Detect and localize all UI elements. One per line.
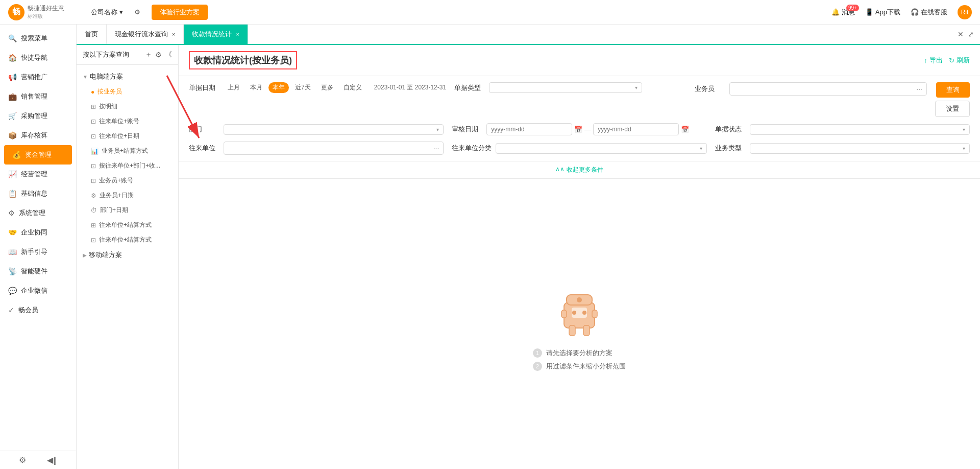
collapse-label: 收起更多条件 [567,166,603,174]
sidebar-item-finance[interactable]: 💰 资金管理 [4,145,72,165]
refresh-icon: ↻ [949,57,954,64]
scheme-settings-button[interactable]: ⚙ [155,51,162,59]
app-logo-text: 畅捷通好生意 [28,4,64,13]
dept-dropdown[interactable]: ▾ [224,124,444,135]
date-tab-this-month[interactable]: 本月 [246,82,266,93]
tree-item-by-salesman[interactable]: ● 按业务员 [77,84,178,99]
clock-icon: ⏱ [91,207,97,214]
notification-button[interactable]: 🔔 消息 99+ [831,8,855,17]
purchase-icon: 🛒 [8,112,17,120]
inventory-icon: 📦 [8,131,17,139]
review-date-from[interactable] [486,123,572,135]
top-settings-button[interactable]: ⚙ [129,4,145,20]
tree-group-mobile[interactable]: ▶ 移动端方案 [77,247,178,263]
sidebar-item-purchase[interactable]: 🛒 采购管理 [0,106,76,126]
date-tab-7days[interactable]: 近7天 [291,82,315,93]
tree-item-by-detail[interactable]: ⊞ 按明细 [77,99,178,114]
svg-rect-5 [592,310,597,318]
tree-item-unit-dept[interactable]: ⊡ 按往来单位+部门+收... [77,158,178,173]
sidebar-nav: 🔍 搜索菜单 🏠 快捷导航 📢 营销推广 💼 销售管理 🛒 采购管理 📦 [0,25,76,451]
sidebar-item-basic-info[interactable]: 📋 基础信息 [0,184,76,203]
collapse-bar[interactable]: ∧∧ 收起更多条件 [179,161,980,179]
sidebar-item-search-menu[interactable]: 🔍 搜索菜单 [0,29,76,48]
counter-party-dropdown[interactable]: ··· [224,142,444,155]
date-tab-last-month[interactable]: 上月 [224,82,244,93]
sidebar-item-member[interactable]: ✓ 畅会员 [0,300,76,320]
salesman-dropdown[interactable]: ··· [729,82,927,96]
salesman-dots[interactable]: ··· [916,85,922,93]
app-logo-icon: 畅 [8,4,24,20]
step-2-text: 用过滤条件来缩小分析范围 [546,362,626,371]
svg-point-9 [577,297,582,302]
table3-icon: ⊡ [91,162,96,170]
tree-item-unit-settle1[interactable]: ⊞ 往来单位+结算方式 [77,218,178,232]
date-tab-this-year[interactable]: 本年 [268,82,289,93]
grid2-icon: ⊞ [91,222,96,229]
svg-rect-4 [561,310,567,318]
empty-steps: 1 请先选择要分析的方案 2 用过滤条件来缩小分析范围 [533,348,626,371]
add-scheme-button[interactable]: ＋ [145,50,152,59]
tree-item-salesman-account[interactable]: ⊡ 业务员+账号 [77,173,178,188]
dept-arrow: ▾ [436,127,439,132]
counter-party-category-dropdown[interactable]: ▾ [496,143,706,154]
empty-state: 1 请先选择要分析的方案 2 用过滤条件来缩小分析范围 [179,179,980,469]
salesman-label: 业务员 [695,84,725,93]
export-button[interactable]: ↑ 导出 [924,56,943,65]
tab-close-payment-stats[interactable]: × [236,31,239,37]
sidebar-item-enterprise[interactable]: 🤝 企业协同 [0,223,76,242]
counter-party-dots[interactable]: ··· [433,144,439,152]
tab-home[interactable]: 首页 [77,25,107,44]
filter-settings-button[interactable]: 设置 [935,101,970,117]
calendar-icon: 📅 [574,126,582,133]
logo-area: 畅 畅捷通好生意 标准版 [8,4,85,20]
hardware-icon: 📡 [8,267,17,275]
step-number-1: 1 [533,348,542,358]
tree-item-salesman-settle[interactable]: 📊 业务员+结算方式 [77,144,178,158]
app-download-button[interactable]: 📱 App下载 [865,8,900,17]
date-tab-more[interactable]: 更多 [317,82,337,93]
content-area: 首页 现金银行流水查询 × 收款情况统计 × ✕ ⤢ 按以下方案查询 [77,25,980,469]
right-area: 收款情况统计(按业务员) ↑ 导出 ↻ 刷新 [179,45,980,469]
doc-status-dropdown[interactable]: ▾ [750,124,970,135]
company-selector[interactable]: 公司名称 ▾ [91,8,123,17]
query-button[interactable]: 查询 [936,82,970,98]
finance-icon: 💰 [12,151,21,159]
sidebar-item-quick-nav[interactable]: 🏠 快捷导航 [0,48,76,67]
online-service-button[interactable]: 🎧 在线客服 [911,8,947,17]
tab-close-bank-flow[interactable]: × [172,31,175,37]
tree-group-desktop[interactable]: ▼ 电脑端方案 [77,69,178,84]
sidebar-item-inventory[interactable]: 📦 库存核算 [0,126,76,145]
sidebar-settings-icon[interactable]: ⚙ [19,455,26,465]
sidebar-item-operations[interactable]: 📈 经营管理 [0,165,76,184]
window-maximize-btn[interactable]: ⤢ [968,30,974,38]
sidebar-item-sales[interactable]: 💼 销售管理 [0,87,76,106]
system-icon: ⚙ [8,209,15,217]
refresh-button[interactable]: ↻ 刷新 [949,56,970,65]
sidebar-item-marketing[interactable]: 📢 营销推广 [0,67,76,87]
sidebar-item-guide[interactable]: 📖 新手引导 [0,242,76,262]
page-title: 收款情况统计(按业务员) [194,55,292,65]
tree-item-unit-settle2[interactable]: ⊡ 往来单位+结算方式 [77,232,178,247]
tree-item-unit-account[interactable]: ⊡ 往来单位+账号 [77,114,178,129]
tab-bank-flow[interactable]: 现金银行流水查询 × [107,25,184,44]
bell-icon: 🔔 [831,8,840,16]
biz-type-dropdown[interactable]: ▾ [750,143,970,154]
trial-button[interactable]: 体验行业方案 [152,5,208,20]
collapse-panel-button[interactable]: 《 [165,50,172,59]
tree-mobile-arrow: ▶ [83,252,87,258]
tree-item-dept-date[interactable]: ⏱ 部门+日期 [77,203,178,218]
active-scheme-icon: ● [91,88,94,96]
user-avatar[interactable]: Rit [958,5,972,19]
review-date-to[interactable] [593,123,679,135]
sidebar-item-wechat[interactable]: 💬 企业微信 [0,281,76,300]
sidebar-item-smart-hardware[interactable]: 📡 智能硬件 [0,262,76,281]
sidebar-collapse-icon[interactable]: ◀‖ [47,455,57,465]
sidebar-bottom: ⚙ ◀‖ [0,451,76,469]
sidebar-item-system[interactable]: ⚙ 系统管理 [0,203,76,223]
date-tab-custom[interactable]: 自定义 [339,82,366,93]
tree-item-salesman-date[interactable]: ⚙ 业务员+日期 [77,188,178,203]
tab-payment-stats[interactable]: 收款情况统计 × [184,25,248,44]
window-close-btn[interactable]: ✕ [958,30,964,38]
doc-type-dropdown[interactable]: ▾ [489,82,642,93]
tree-item-unit-date[interactable]: ⊡ 往来单位+日期 [77,129,178,144]
